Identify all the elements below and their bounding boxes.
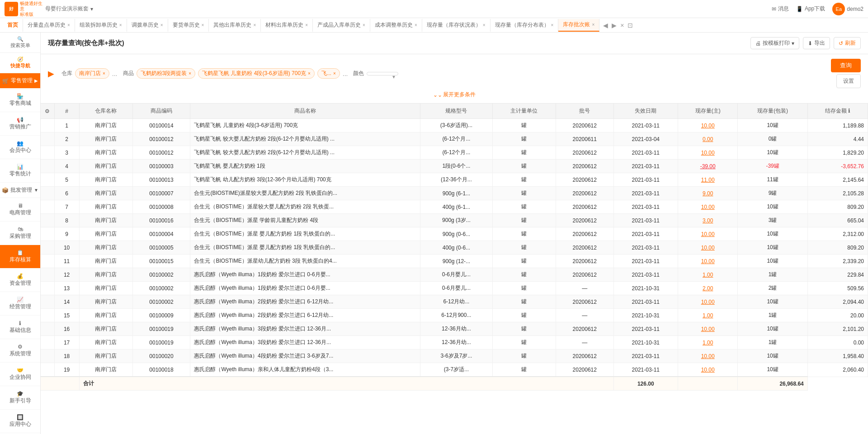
sidebar-item-ecommerce[interactable]: 🖥 电商管理 [0,198,40,222]
row-qty-main[interactable]: 10.00 [678,255,738,268]
tab-close-chanpin[interactable]: × [363,23,365,28]
print-btn[interactable]: 🖨 按模板打印 ▾ [750,37,799,49]
tab-chengben[interactable]: 成本调整单历史 × [370,19,422,32]
sidebar-item-members[interactable]: 👥 会员中心 [0,136,40,159]
row-warehouse: 南岸门店 [79,268,132,282]
product-tag3[interactable]: 飞... × [317,68,340,79]
tab-qitatuku[interactable]: 其他出库单历史 × [209,19,261,32]
row-qty-main[interactable]: 0.00 [678,132,738,146]
query-btn[interactable]: 查询 [831,59,861,72]
tab-yaohuo[interactable]: 要货单历史 × [168,19,209,32]
sidebar-item-system[interactable]: ⚙ 系统管理 [0,339,40,363]
sidebar-item-retail-mgmt[interactable]: 🛒 零售管理 ▶ [0,73,40,89]
tab-diaopo[interactable]: 调拨单历史 × [127,19,168,32]
row-warehouse: 南岸门店 [79,309,132,322]
tab-kucun2[interactable]: 现存量（库存分布表） × [491,19,559,32]
row-qty-main[interactable]: 10.00 [678,119,738,132]
tab-next-btn[interactable]: ▶ [610,22,618,29]
sidebar-item-basic-info[interactable]: ℹ 基础信息 [0,316,40,339]
row-qty-main[interactable]: 10.00 [678,349,738,363]
user-profile[interactable]: Ea demo2 [832,3,863,15]
export-btn[interactable]: ⬇ 导出 [803,37,830,49]
row-qty-main[interactable]: 9.00 [678,187,738,200]
sidebar-item-retail-stats[interactable]: 📊 零售统计 [0,159,40,183]
warehouse-tag-close[interactable]: × [103,71,105,76]
row-qty-main[interactable]: -39.00 [678,160,738,173]
settings-btn[interactable]: 设置 [836,74,861,88]
tab-close-all-btn[interactable]: × [618,22,626,29]
row-expire: 2021-03-11 [613,146,678,160]
product-tag2-close[interactable]: × [308,71,311,76]
warehouse-dots[interactable]: ... [112,70,118,77]
row-qty-main[interactable]: 1.00 [678,268,738,282]
sidebar-item-purchase[interactable]: 🛍 采购管理 [0,222,40,245]
row-qty-main[interactable]: 10.00 [678,322,738,336]
row-qty-main[interactable]: 2.00 [678,282,738,295]
tab-cailiao[interactable]: 材料出库单历史 × [261,19,313,32]
sidebar-item-retail-mall[interactable]: 🏪 零售商城 [0,89,40,112]
sidebar-item-enterprise[interactable]: 🤝 企业协同 [0,363,40,386]
tab-kucun3[interactable]: 库存批次账 × [558,19,599,32]
tab-close-kucun2[interactable]: × [551,23,554,28]
app-download-btn[interactable]: 📱 App下载 [796,5,825,13]
message-btn[interactable]: ✉ 消息 [772,5,789,13]
product-tag1-close[interactable]: × [189,71,191,76]
sidebar-item-search[interactable]: 🔍 搜索英单 [0,33,40,53]
row-qty-main[interactable]: 10.00 [678,200,738,214]
sidebar-item-guide[interactable]: 🎓 新手引导 [0,386,40,410]
refresh-btn[interactable]: ↺ 刷新 [834,37,861,49]
row-qty-main[interactable]: 10.00 [678,146,738,160]
tab-close-yaohuo[interactable]: × [202,23,204,28]
account-dropdown[interactable]: 母婴行业演示账套 ▾ [45,5,772,13]
row-batch: 20200612 [556,322,613,336]
tab-kucun1[interactable]: 现存量（库存状况表） × [422,19,491,32]
sidebar-item-wholesale[interactable]: 📦 批发管理 ▼ [0,183,40,198]
sidebar-item-operations[interactable]: 📈 经营管理 [0,292,40,316]
warehouse-tag[interactable]: 南岸门店 × [75,68,109,79]
filter-expand-btn[interactable]: ▶ [48,69,54,79]
tab-close-kucun3[interactable]: × [592,22,594,27]
sidebar-item-inventory[interactable]: 📋 库存核算 [0,245,40,269]
logo-text: 畅捷通好生意 标准版 [20,1,45,17]
tab-close-qitatuku[interactable]: × [253,23,256,28]
tab-close-zuhe[interactable]: × [119,23,122,28]
row-spec: 6-12月幼... [420,295,492,309]
product-tag3-close[interactable]: × [333,71,336,76]
tab-zuhe[interactable]: 组装拆卸单历史 × [75,19,127,32]
row-qty-main[interactable]: 10.00 [678,227,738,241]
tab-close-fenliang[interactable]: × [67,23,70,28]
color-input[interactable]: ▾ [367,72,398,75]
tab-chanpin[interactable]: 产成品入库单历史 × [313,19,370,32]
row-qty-main[interactable]: 1.00 [678,336,738,349]
row-qty-main[interactable]: 10.00 [678,241,738,255]
sidebar-item-quicknav[interactable]: 🧭 快捷导航 [0,53,40,73]
product-tag2[interactable]: 飞鹤星飞帆 儿童奶粉 4段(3-6岁适用) 700克 × [198,68,315,79]
sidebar-item-apps[interactable]: 🔲 应用中心 [0,410,40,433]
tab-home[interactable]: 首页 [3,19,23,32]
tab-close-kucun1[interactable]: × [483,23,486,28]
product-dots[interactable]: ... [343,70,348,77]
tab-close-diaopo[interactable]: × [160,23,163,28]
stats-icon: 📊 [17,164,24,170]
row-qty-main[interactable]: 10.00 [678,295,738,309]
row-amount: 2,094.40 [807,295,868,309]
tab-menu-btn[interactable]: ⊡ [626,22,635,29]
expand-more-btn[interactable]: ⌄⌄ 展开更多条件 [433,91,476,99]
row-qty-main[interactable]: 11.00 [678,173,738,187]
sidebar-item-finance[interactable]: 💰 资金管理 [0,269,40,292]
row-name: 飞鹤星飞帆 较大婴儿配方奶粉 2段(6-12个月婴幼儿适用) ... [190,146,420,160]
row-amount: -3,652.76 [807,160,868,173]
sidebar-item-marketing[interactable]: 📢 营销推广 [0,112,40,136]
tab-close-chengben[interactable]: × [415,23,417,28]
row-qty-main[interactable]: 3.00 [678,214,738,227]
row-expire: 2021-03-11 [613,200,678,214]
tab-prev-btn[interactable]: ◀ [601,22,610,29]
tab-close-cailiao[interactable]: × [305,23,308,28]
product-tag1[interactable]: 飞鹤奶粉3段两提装 × [137,68,196,79]
row-unit: 罐 [493,282,556,295]
tab-fenliang[interactable]: 分量盘点单历史 × [23,19,75,32]
total-qty-pkg [678,377,738,391]
row-code: 00100002 [132,282,190,295]
row-qty-main[interactable]: 1.00 [678,309,738,322]
row-qty-main[interactable]: 10.00 [678,363,738,377]
